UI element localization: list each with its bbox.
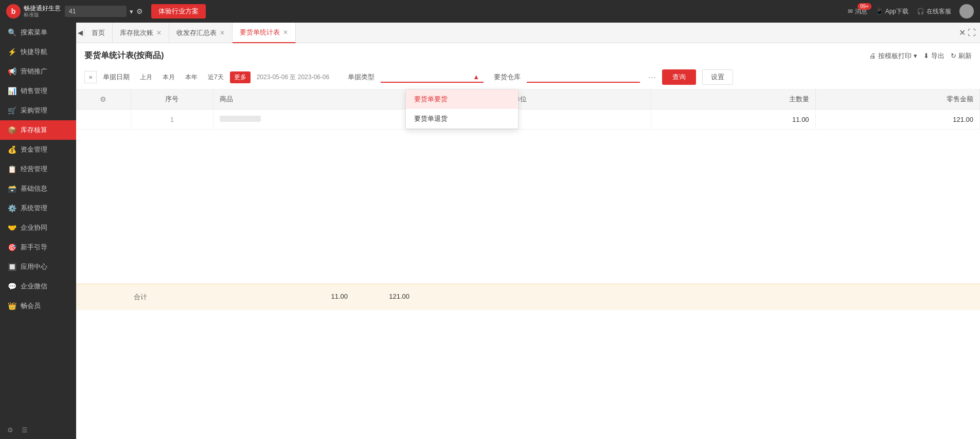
logo-icon: b [6, 4, 21, 19]
sidebar-item-finance[interactable]: 💰 资金管理 [0, 140, 76, 159]
col-header-quantity: 主数量 [651, 89, 815, 109]
sidebar-item-system[interactable]: ⚙️ 系统管理 [0, 198, 76, 218]
filter-bar: » 单据日期 上月 本月 本年 近7天 更多 2023-05-06 至 2023… [76, 65, 980, 89]
sidebar-item-marketing[interactable]: 📢 营销推广 [0, 62, 76, 81]
page-title: 要货单统计表(按商品) [84, 50, 164, 61]
tab-batch-account[interactable]: 库存批次账 ✕ [113, 23, 169, 43]
nav-gear-icon[interactable]: ⚙ [136, 7, 143, 15]
cell-quantity: 11.00 [651, 109, 815, 130]
sidebar-label-enterprise: 企业协同 [21, 223, 47, 232]
settings-bottom-icon[interactable]: ⚙ [7, 426, 13, 434]
enterprise-icon: 🤝 [7, 223, 16, 232]
type-label: 单据类型 [348, 72, 375, 82]
print-icon: 🖨 [869, 52, 876, 60]
query-btn[interactable]: 查询 [662, 69, 696, 85]
page-content: 要货单统计表(按商品) 🖨 按模板打印 ▾ ⬇ 导出 ↻ [76, 43, 980, 439]
date-btn-last-7-days[interactable]: 近7天 [204, 71, 228, 83]
filter-expand-btn[interactable]: » [84, 71, 97, 83]
sidebar-item-search[interactable]: 🔍 搜索菜单 [0, 23, 76, 42]
sidebar-item-purchase[interactable]: 🛒 采购管理 [0, 101, 76, 120]
system-icon: ⚙️ [7, 204, 16, 213]
nav-input[interactable] [65, 6, 127, 17]
refresh-label: 刷新 [958, 51, 972, 61]
cell-row-num: 1 [131, 109, 213, 130]
table-footer: 合计 11.00 121.00 [76, 284, 980, 310]
sidebar-item-guide[interactable]: 🎯 新手引导 [0, 237, 76, 257]
table-container: ⚙ 序号 商品 主计量单位 主数量 零售金额 [76, 89, 980, 130]
tab-scroll-left[interactable]: ◀ [76, 29, 84, 36]
user-avatar[interactable] [959, 4, 974, 19]
tab-expand-icon[interactable]: ⛶ [968, 28, 976, 38]
app-download-btn[interactable]: 📱 App下载 [876, 7, 908, 16]
sidebar-label-wechat: 企业微信 [21, 282, 47, 291]
chevron-up-icon[interactable]: ▲ [473, 73, 479, 81]
quick-nav-icon: ⚡ [7, 47, 16, 57]
messages-btn[interactable]: ✉ 消息 99+ [848, 7, 867, 16]
col-header-num: 序号 [131, 89, 213, 109]
sidebar-label-member: 畅会员 [21, 301, 41, 310]
page-header: 要货单统计表(按商品) 🖨 按模板打印 ▾ ⬇ 导出 ↻ [76, 43, 980, 65]
more-filters-btn[interactable]: ··· [648, 72, 656, 83]
warehouse-label: 要货仓库 [494, 72, 521, 82]
date-btn-this-year[interactable]: 本年 [181, 71, 202, 83]
online-service-btn[interactable]: 🎧 在线客服 [917, 7, 951, 16]
sidebar-item-enterprise[interactable]: 🤝 企业协同 [0, 218, 76, 237]
sidebar-item-quick-nav[interactable]: ⚡ 快捷导航 [0, 42, 76, 62]
type-input[interactable] [385, 73, 473, 81]
print-arrow-icon: ▾ [914, 52, 917, 60]
dropdown-item-order-return[interactable]: 要货单退货 [406, 109, 518, 129]
tab-close-all-icon[interactable]: ✕ [959, 28, 966, 38]
sidebar-item-wechat[interactable]: 💬 企业微信 [0, 277, 76, 296]
sidebar-item-sales[interactable]: 📊 销售管理 [0, 81, 76, 101]
sidebar-item-inventory[interactable]: 📦 库存核算 [0, 120, 76, 140]
sidebar-label-marketing: 营销推广 [21, 67, 47, 76]
refresh-btn[interactable]: ↻ 刷新 [951, 51, 972, 61]
export-btn[interactable]: ⬇ 导出 [923, 51, 945, 61]
tab-receipt-summary-close[interactable]: ✕ [220, 29, 225, 36]
finance-icon: 💰 [7, 145, 16, 154]
footer-quantity: 11.00 [292, 289, 354, 305]
print-btn[interactable]: 🖨 按模板打印 ▾ [869, 51, 917, 61]
data-table: ⚙ 序号 商品 主计量单位 主数量 零售金额 [76, 89, 980, 130]
nav-dropdown-arrow-icon[interactable]: ▾ [130, 8, 133, 15]
date-btn-last-month[interactable]: 上月 [136, 71, 156, 83]
col-header-amount: 零售金额 [815, 89, 979, 109]
sidebar-label-purchase: 采购管理 [21, 106, 47, 115]
dropdown-item-order-goods[interactable]: 要货单要货 [406, 89, 518, 109]
filter-settings-btn[interactable]: 设置 [702, 69, 733, 85]
phone-icon: 📱 [876, 8, 883, 15]
table-row: 1 块 11.00 121.00 [76, 109, 980, 130]
tab-receipt-summary[interactable]: 收发存汇总表 ✕ [169, 23, 233, 43]
tab-home[interactable]: 首页 [84, 23, 113, 43]
cell-amount: 121.00 [815, 109, 979, 130]
table-gear-icon[interactable]: ⚙ [100, 95, 106, 103]
warehouse-input-container[interactable] [527, 72, 640, 83]
menu-collapse-icon[interactable]: ☰ [22, 426, 28, 434]
export-label: 导出 [931, 51, 945, 61]
sidebar-label-guide: 新手引导 [21, 243, 47, 252]
sidebar-item-operations[interactable]: 📋 经营管理 [0, 159, 76, 179]
purchase-icon: 🛒 [7, 106, 16, 115]
member-icon: 👑 [7, 301, 16, 310]
refresh-icon: ↻ [951, 52, 956, 60]
operations-icon: 📋 [7, 164, 16, 174]
date-btn-custom[interactable]: 更多 [230, 71, 251, 83]
sidebar-item-member[interactable]: 👑 畅会员 [0, 296, 76, 316]
tab-bar-actions: ✕ ⛶ [959, 28, 980, 38]
guide-icon: 🎯 [7, 243, 16, 252]
tab-order-stats[interactable]: 要货单统计表 ✕ [233, 23, 296, 43]
sidebar-item-app-center[interactable]: 🔲 应用中心 [0, 257, 76, 277]
sidebar-label-quick-nav: 快捷导航 [21, 47, 47, 57]
tab-batch-account-close[interactable]: ✕ [156, 29, 162, 36]
warehouse-input[interactable] [531, 73, 636, 81]
type-dropdown: 要货单要货 要货单退货 [405, 89, 519, 129]
date-btn-this-month[interactable]: 本月 [158, 71, 179, 83]
sidebar-scroll: 🔍 搜索菜单 ⚡ 快捷导航 📢 营销推广 📊 销售管理 🛒 采购管理 [0, 23, 76, 421]
empty-space [76, 130, 980, 284]
tab-order-stats-close[interactable]: ✕ [283, 29, 288, 36]
sidebar-item-basic[interactable]: 🗃️ 基础信息 [0, 179, 76, 198]
trial-btn[interactable]: 体验行业方案 [151, 4, 206, 19]
message-icon: ✉ [848, 8, 853, 15]
type-input-container[interactable]: ▲ [381, 72, 484, 83]
sidebar-label-basic: 基础信息 [21, 184, 47, 193]
